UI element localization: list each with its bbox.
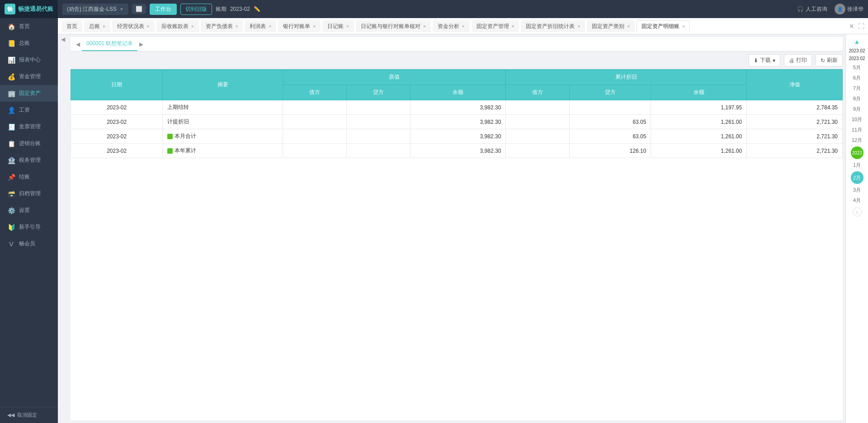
sidebar-item-invoice-mgmt[interactable]: 🧾 发票管理 [0,118,58,135]
sidebar-item-label: 畅会员 [19,240,35,248]
month-1[interactable]: 1月 [846,160,868,170]
month-scroll-up-icon[interactable]: ▲ [852,36,862,47]
tab-label: 日记账 [327,23,344,30]
sub-tab-next-icon[interactable]: ▶ [137,41,145,47]
month-9[interactable]: 9月 [846,104,868,114]
tab-profit[interactable]: 利润表 × [245,20,276,32]
year-2023-marker[interactable]: 2023 [851,146,863,159]
tab-label: 总账 [89,23,100,30]
tab-label: 应收账款表 [161,23,189,30]
year-label-2023-1[interactable]: 2023.02 [846,47,868,55]
close-icon[interactable]: × [577,24,580,29]
topbar-right: 🎧 人工咨询 👤 徐泽华 [797,4,863,14]
sidebar-item-report-center[interactable]: 📊 报表中心 [0,52,58,68]
col-date: 日期 [71,70,163,100]
sub-tab-prev-icon[interactable]: ◀ [74,41,82,47]
close-icon[interactable]: × [236,24,238,29]
main-area: (劝告) 江西服金-LSS ▼ ⬜ 工作台 切到旧版 账期 2023-02 ✏️… [58,0,868,423]
tab-label: 资产负债表 [206,23,233,30]
switch-version-button[interactable]: 切到旧版 [180,4,212,15]
sidebar-item-settings[interactable]: ⚙️ 设置 [0,202,58,219]
scroll-left-icon[interactable]: ◀ [61,36,65,42]
cell-summary: 本年累计 [163,144,283,158]
maximize-icon[interactable]: ⛶ [858,23,864,30]
month-5[interactable]: 5月 [846,62,868,73]
close-all-icon[interactable]: ✕ [849,23,854,30]
tab-bank-statement[interactable]: 银行对账单 × [278,20,321,32]
month-3[interactable]: 3月 [846,185,868,195]
month-10[interactable]: 10月 [846,114,868,125]
tab-fixed-detail[interactable]: 固定资产明细账 × [637,20,690,32]
month-7[interactable]: 7月 [846,83,868,94]
tab-fixed-deprec[interactable]: 固定资产折旧统计表 × [521,20,585,32]
close-icon[interactable]: × [191,24,194,29]
close-icon[interactable]: × [313,24,316,29]
year-label-2023-2[interactable]: 2023.02 [846,55,868,62]
tab-receivable[interactable]: 应收账款表 × [156,20,199,32]
tab-label: 银行对账单 [283,23,310,30]
close-icon[interactable]: × [462,24,465,29]
support-button[interactable]: 🎧 人工咨询 [797,5,827,13]
copy-button[interactable]: ⬜ [132,4,146,14]
tab-home[interactable]: 首页 [61,20,82,32]
sidebar-item-home[interactable]: 🏠 首页 [0,18,58,35]
sidebar-item-capital-mgmt[interactable]: 💰 资金管理 [0,68,58,85]
month-6[interactable]: 6月 [846,73,868,83]
download-icon: ⬇ [754,57,758,64]
close-icon[interactable]: × [346,24,349,29]
cell-net-value: 2,721.30 [747,144,843,158]
sidebar-item-vip[interactable]: V 畅会员 [0,235,58,252]
close-icon[interactable]: × [103,24,105,29]
tab-label: 固定资产折旧统计表 [526,23,575,30]
cell-summary: 计提折旧 [163,115,283,129]
workbench-button[interactable]: 工作台 [150,4,177,15]
sidebar-item-general-ledger[interactable]: 📒 总账 [0,35,58,52]
tab-journal[interactable]: 日记账 × [322,20,354,32]
close-icon[interactable]: × [682,24,685,29]
company-name: (劝告) 江西服金-LSS [67,5,117,13]
close-icon[interactable]: × [269,24,271,29]
print-button[interactable]: 🖨 打印 [784,54,812,66]
right-month-picker: ▲ 2023.02 2023.02 5月 6月 7月 8月 9月 10月 11月… [845,34,868,423]
circle-nav[interactable]: ○ [853,207,862,216]
tab-status[interactable]: 经营状况表 × [112,20,155,32]
month-12[interactable]: 12月 [846,135,868,146]
month-11[interactable]: 11月 [846,125,868,135]
tab-label: 日记账与银行对账单核对 [361,23,420,30]
company-selector[interactable]: (劝告) 江西服金-LSS ▼ [62,4,128,15]
close-icon[interactable]: × [627,24,630,29]
tab-assets-liabilities[interactable]: 资产负债表 × [201,20,243,32]
table-row: 2023-02 本年累计 3,982.30 126.10 1,261.00 2,… [71,144,843,158]
col-accum-debit: 借方 [506,85,570,100]
close-icon[interactable]: × [423,24,426,29]
month-8[interactable]: 8月 [846,94,868,104]
sidebar-item-payroll[interactable]: 👤 工资 [0,102,58,118]
sub-tab-asset-001[interactable]: 000001 联想笔记本 [82,37,137,51]
user-menu[interactable]: 👤 徐泽华 [835,4,863,14]
period-edit-icon[interactable]: ✏️ [254,6,260,12]
tab-fixed-category[interactable]: 固定资产类别 × [587,20,635,32]
sidebar-item-label: 报表中心 [19,56,41,64]
tab-journal-bank[interactable]: 日记账与银行对账单核对 × [356,20,431,32]
download-button[interactable]: ⬇ 下载 ▾ [749,54,780,66]
unpin-button[interactable]: ◀◀ 取消固定 [0,407,58,423]
close-icon[interactable]: × [147,24,150,29]
month-4[interactable]: 4月 [846,195,868,206]
sidebar-item-archive-mgmt[interactable]: 🗃️ 归档管理 [0,185,58,202]
sidebar-item-sales-ledger[interactable]: 📋 进销台账 [0,135,58,152]
tab-general[interactable]: 总账 × [84,20,110,32]
sidebar-item-beginner-guide[interactable]: 🔰 新手引导 [0,219,58,235]
cell-orig-credit [346,115,410,129]
cell-orig-debit [283,129,347,144]
sidebar-item-tax-mgmt[interactable]: 🏦 税务管理 [0,152,58,169]
sidebar-item-settlement[interactable]: 📌 结账 [0,169,58,185]
refresh-button[interactable]: ↻ 刷新 [816,54,843,66]
sidebar-item-fixed-assets[interactable]: 🏢 固定资产 [0,85,58,102]
sub-tabbar: ◀ 000001 联想笔记本 ▶ [71,37,843,52]
close-icon[interactable]: × [512,24,514,29]
cell-accum-balance: 1,261.00 [651,115,747,129]
tab-capital-analysis[interactable]: 资金分析 × [433,20,470,32]
guide-icon: 🔰 [7,224,15,231]
month-2-active[interactable]: 2月 [851,171,863,184]
tab-fixed-mgmt[interactable]: 固定资产管理 × [472,20,519,32]
